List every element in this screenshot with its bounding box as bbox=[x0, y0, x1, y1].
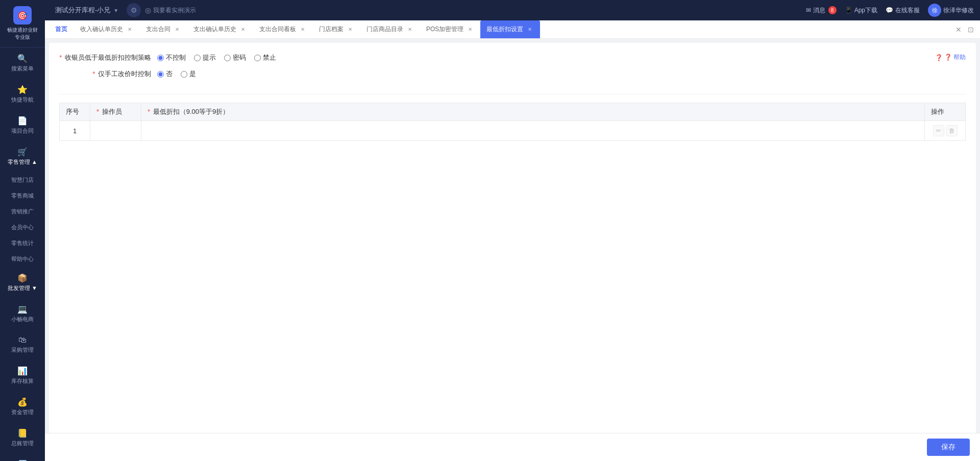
sidebar-item-label: 零售统计 bbox=[11, 239, 34, 247]
tab-close-icon[interactable]: ✕ bbox=[126, 26, 133, 33]
sidebar-item-wholesale[interactable]: 📦 批发管理 ▼ bbox=[0, 267, 45, 298]
help-label: ❓ 帮助 bbox=[944, 53, 966, 62]
sidebar-item-label: 采购管理 bbox=[11, 346, 34, 354]
sidebar-item-smart-store[interactable]: 智慧门店 bbox=[0, 172, 45, 188]
sidebar-item-retail[interactable]: 🛒 零售管理 ▲ bbox=[0, 141, 45, 172]
project-name: 测试分开库程-小兄 bbox=[55, 6, 110, 15]
sidebar-item-label: 快捷导航 bbox=[11, 96, 34, 104]
table-wrapper: 序号 * 操作员 * 最低折扣（9.00等于9折） 操作 bbox=[59, 103, 966, 141]
sidebar-item-help[interactable]: 帮助中心 bbox=[0, 251, 45, 267]
cell-operator bbox=[90, 121, 141, 141]
logo-icon: 🎯 bbox=[13, 6, 32, 25]
sidebar-item-label: 营销推广 bbox=[11, 208, 34, 215]
star-icon: ⭐ bbox=[17, 85, 28, 94]
tab-income-confirm[interactable]: 收入确认单历史 ✕ bbox=[74, 20, 140, 39]
sidebar-item-label: 帮助中心 bbox=[11, 255, 34, 263]
box-icon: 📦 bbox=[17, 273, 28, 283]
tab-home[interactable]: 首页 bbox=[49, 20, 74, 39]
table-row: 1 ✏ 🗑 bbox=[60, 121, 966, 141]
sidebar-item-label: 零售管理 ▲ bbox=[8, 158, 37, 166]
tab-min-discount[interactable]: 最低折扣设置 ✕ bbox=[480, 20, 540, 39]
project-selector[interactable]: 测试分开库程-小兄 ▼ bbox=[51, 4, 122, 17]
user-profile-button[interactable]: 徐 徐泽华修改 bbox=[928, 4, 974, 17]
help-link[interactable]: ❓ ❓ 帮助 bbox=[935, 53, 966, 62]
sidebar-item-member[interactable]: 会员中心 bbox=[0, 220, 45, 235]
th-actions: 操作 bbox=[925, 103, 966, 121]
sidebar-item-contract[interactable]: 📄 项目合同 bbox=[0, 110, 45, 141]
sidebar-item-online-store[interactable]: 零售商城 bbox=[0, 188, 45, 204]
th-seq: 序号 bbox=[60, 103, 90, 121]
sidebar-item-label: 零售商城 bbox=[11, 192, 34, 200]
sidebar-item-label: 小畅电商 bbox=[11, 316, 34, 323]
save-button[interactable]: 保存 bbox=[927, 439, 970, 456]
edit-button[interactable]: ✏ bbox=[933, 125, 944, 136]
tab-label: 最低折扣设置 bbox=[486, 25, 523, 34]
cart-icon: 🛒 bbox=[17, 147, 28, 157]
tab-close-icon[interactable]: ✕ bbox=[299, 26, 306, 33]
download-icon: 📱 bbox=[845, 7, 852, 14]
tab-close-icon[interactable]: ✕ bbox=[406, 26, 413, 33]
tab-pos-password[interactable]: POS加密管理 ✕ bbox=[420, 20, 480, 39]
strategy-radio-group: 不控制 提示 密码 禁止 bbox=[157, 53, 276, 62]
sidebar-item-search[interactable]: 🔍 搜索菜单 bbox=[0, 47, 45, 79]
form-row-strategy: * 收银员低于最低折扣控制策略 不控制 提示 bbox=[59, 53, 966, 62]
message-badge: 8 bbox=[828, 6, 837, 14]
demo-link[interactable]: ◎ 我要看实例演示 bbox=[145, 6, 196, 15]
tab-label: 支出确认单历史 bbox=[193, 25, 236, 34]
cell-seq: 1 bbox=[60, 121, 90, 141]
tab-label: 门店商品目录 bbox=[366, 25, 403, 34]
discount-table: 序号 * 操作员 * 最低折扣（9.00等于9折） 操作 bbox=[59, 103, 966, 141]
sidebar-item-ecommerce[interactable]: 💻 小畅电商 bbox=[0, 298, 45, 329]
customer-service-button[interactable]: 💬 在线客服 bbox=[886, 6, 920, 15]
sidebar-item-marketing[interactable]: 营销推广 bbox=[0, 204, 45, 220]
tab-store-archive[interactable]: 门店档案 ✕ bbox=[313, 20, 360, 39]
delete-button[interactable]: 🗑 bbox=[946, 125, 958, 136]
bag-icon: 🛍 bbox=[18, 335, 27, 345]
app-download-label: App下载 bbox=[854, 6, 877, 15]
book-icon: 📒 bbox=[17, 428, 28, 438]
table-header-row: 序号 * 操作员 * 最低折扣（9.00等于9折） 操作 bbox=[60, 103, 966, 121]
sidebar-item-label: 总账管理 bbox=[11, 440, 34, 447]
tab-payment-contract[interactable]: 支出合同 ✕ bbox=[140, 20, 187, 39]
maximize-tab-button[interactable]: ⊡ bbox=[966, 23, 976, 36]
tab-store-products[interactable]: 门店商品目录 ✕ bbox=[360, 20, 420, 39]
sidebar-item-retail-stats[interactable]: 零售统计 bbox=[0, 235, 45, 251]
tab-payment-board[interactable]: 支出合同看板 ✕ bbox=[253, 20, 313, 39]
radio-password[interactable]: 密码 bbox=[224, 53, 246, 62]
sidebar-item-finance[interactable]: 💰 资金管理 bbox=[0, 391, 45, 422]
radio-remind[interactable]: 提示 bbox=[194, 53, 216, 62]
tab-close-icon[interactable]: ✕ bbox=[526, 26, 533, 33]
logo-text: 畅捷通好业财 专业版 bbox=[7, 27, 38, 41]
sidebar-item-label: 批发管理 ▼ bbox=[8, 284, 37, 292]
tab-close-icon[interactable]: ✕ bbox=[239, 26, 247, 33]
sidebar-item-label: 项目合同 bbox=[11, 127, 34, 135]
sidebar-item-nav[interactable]: ⭐ 快捷导航 bbox=[0, 79, 45, 110]
message-button[interactable]: ✉ 消息 8 bbox=[806, 6, 837, 15]
topbar: 测试分开库程-小兄 ▼ ⚙ ◎ 我要看实例演示 ✉ 消息 8 📱 App下载 bbox=[45, 0, 980, 20]
sidebar-item-purchase[interactable]: 🛍 采购管理 bbox=[0, 329, 45, 360]
question-icon: ❓ bbox=[935, 54, 943, 61]
computer-icon: 💻 bbox=[17, 304, 28, 314]
sidebar-item-invoice[interactable]: 🧾 发票管理 bbox=[0, 453, 45, 461]
gear-icon: ⚙ bbox=[131, 6, 137, 14]
tab-close-icon[interactable]: ✕ bbox=[347, 26, 354, 33]
tab-payment-confirm[interactable]: 支出确认单历史 ✕ bbox=[187, 20, 253, 39]
topbar-settings-button[interactable]: ⚙ bbox=[127, 3, 141, 17]
th-discount: * 最低折扣（9.00等于9折） bbox=[141, 103, 925, 121]
customer-service-label: 在线客服 bbox=[895, 6, 920, 15]
tab-label: 支出合同看板 bbox=[259, 25, 296, 34]
radio-no[interactable]: 否 bbox=[157, 69, 173, 79]
tab-close-icon[interactable]: ✕ bbox=[467, 26, 474, 33]
sidebar-item-ledger[interactable]: 📒 总账管理 bbox=[0, 422, 45, 453]
radio-yes[interactable]: 是 bbox=[181, 69, 196, 79]
close-tab-button[interactable]: ✕ bbox=[953, 23, 964, 36]
tab-close-icon[interactable]: ✕ bbox=[174, 26, 181, 33]
radio-no-control[interactable]: 不控制 bbox=[157, 53, 186, 62]
form-row-manual: * 仅手工改价时控制 否 是 bbox=[59, 69, 966, 79]
radio-forbidden[interactable]: 禁止 bbox=[254, 53, 276, 62]
avatar: 徐 bbox=[928, 4, 941, 17]
app-download-button[interactable]: 📱 App下载 bbox=[845, 6, 877, 15]
sidebar-item-label: 资金管理 bbox=[11, 408, 34, 416]
app-logo: 🎯 畅捷通好业财 专业版 bbox=[0, 0, 45, 47]
sidebar-item-inventory[interactable]: 📊 库存核算 bbox=[0, 360, 45, 391]
